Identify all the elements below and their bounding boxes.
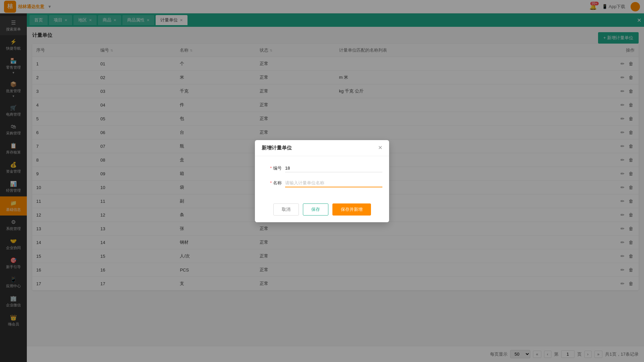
dialog-title: 新增计量单位: [262, 145, 292, 151]
save-new-button[interactable]: 保存并新增: [332, 203, 371, 216]
code-required-star: *: [270, 166, 272, 171]
add-unit-dialog: 新增计量单位 ✕ * 编号 * 名称 取消 保存 保存并新增: [255, 140, 389, 222]
name-form-row: * 名称: [262, 179, 382, 187]
cancel-button[interactable]: 取消: [273, 203, 299, 216]
dialog-body: * 编号 * 名称: [255, 156, 389, 199]
modal-overlay[interactable]: 新增计量单位 ✕ * 编号 * 名称 取消 保存 保存并新增: [0, 0, 644, 362]
name-input[interactable]: [285, 179, 382, 187]
save-button[interactable]: 保存: [303, 203, 328, 216]
dialog-footer: 取消 保存 保存并新增: [255, 199, 389, 222]
name-required-star: *: [270, 180, 272, 185]
dialog-close-button[interactable]: ✕: [378, 145, 382, 150]
code-form-row: * 编号: [262, 164, 382, 172]
code-input[interactable]: [285, 164, 382, 172]
dialog-header: 新增计量单位 ✕: [255, 140, 389, 156]
code-label: * 编号: [262, 165, 282, 171]
name-label: * 名称: [262, 180, 282, 186]
